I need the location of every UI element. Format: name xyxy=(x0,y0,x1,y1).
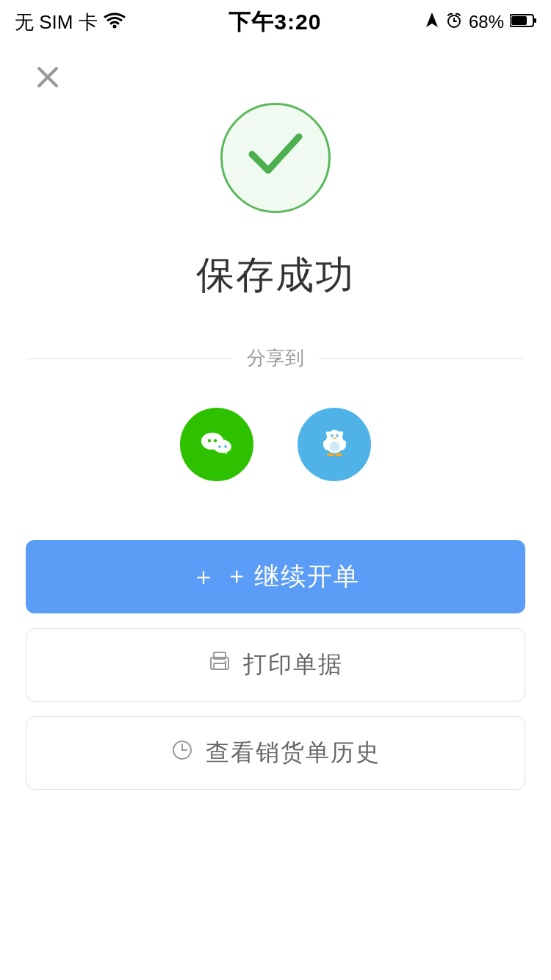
location-icon xyxy=(425,11,439,33)
status-left: 无 SIM 卡 xyxy=(15,10,126,35)
clock-icon xyxy=(170,738,194,768)
share-icons xyxy=(180,408,371,481)
checkmark-icon xyxy=(246,128,305,189)
battery-percentage: 68% xyxy=(469,12,504,32)
svg-point-33 xyxy=(335,453,342,456)
history-button[interactable]: 查看销货单历史 xyxy=(26,716,525,790)
svg-point-19 xyxy=(208,439,211,442)
success-circle xyxy=(220,103,331,213)
svg-point-21 xyxy=(218,445,221,448)
history-label: 查看销货单历史 xyxy=(206,737,381,769)
success-title: 保存成功 xyxy=(196,250,355,301)
svg-point-41 xyxy=(225,661,227,663)
battery-icon xyxy=(510,12,536,32)
close-button[interactable] xyxy=(29,59,66,96)
share-divider: 分享到 xyxy=(26,345,525,371)
action-buttons: ＋ + 继续开单 打印单据 查看销货单 xyxy=(26,540,525,790)
svg-point-31 xyxy=(329,442,339,452)
status-time: 下午3:20 xyxy=(228,7,321,37)
continue-order-label: + 继续开单 xyxy=(229,560,359,594)
svg-point-28 xyxy=(336,434,338,436)
wifi-icon xyxy=(104,11,126,34)
share-label: 分享到 xyxy=(232,345,319,371)
continue-order-button[interactable]: ＋ + 继续开单 xyxy=(26,540,525,613)
wechat-share-button[interactable] xyxy=(180,408,253,481)
svg-point-20 xyxy=(214,439,217,442)
svg-point-0 xyxy=(112,24,116,28)
print-button[interactable]: 打印单据 xyxy=(26,628,525,702)
printer-icon xyxy=(208,650,231,680)
svg-rect-40 xyxy=(214,663,226,669)
qq-share-button[interactable] xyxy=(298,408,371,481)
svg-point-32 xyxy=(327,453,334,456)
print-label: 打印单据 xyxy=(243,649,343,681)
alarm-icon xyxy=(445,11,463,33)
status-right: 68% xyxy=(425,11,536,33)
svg-rect-6 xyxy=(534,18,536,23)
no-sim-label: 无 SIM 卡 xyxy=(15,10,98,35)
svg-point-17 xyxy=(214,440,231,453)
svg-point-22 xyxy=(224,445,227,448)
svg-rect-5 xyxy=(511,16,527,25)
plus-icon: ＋ xyxy=(191,560,217,594)
main-content: 保存成功 分享到 xyxy=(0,44,551,790)
svg-point-27 xyxy=(331,434,333,436)
status-bar: 无 SIM 卡 下午3:20 68 xyxy=(0,0,551,44)
